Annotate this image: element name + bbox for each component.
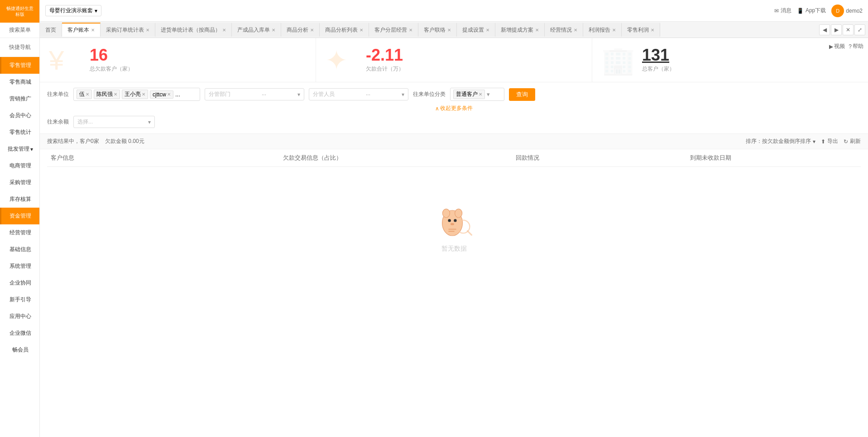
filter-tag-wu-close[interactable]: ✕	[86, 92, 89, 97]
sidebar-item-purchase[interactable]: 采购管理	[0, 174, 39, 191]
tab-business-status[interactable]: 经营情况 ✕	[545, 23, 583, 37]
tab-customers[interactable]: 客户账本 ✕	[62, 23, 101, 37]
filter-tag-cjttcw-close[interactable]: ✕	[167, 92, 171, 97]
balance-filter-input[interactable]: 选择... ▾	[73, 116, 155, 128]
tab-prev-button[interactable]: ◀	[819, 24, 830, 35]
sidebar-item-vip[interactable]: 畅会员	[0, 342, 39, 358]
tab-customer-contact[interactable]: 客户联络 ✕	[418, 23, 457, 37]
svg-point-1	[442, 209, 450, 218]
filter-tag-normal-close[interactable]: ✕	[479, 92, 482, 97]
tab-close-cost-in[interactable]: ✕	[272, 28, 275, 33]
tab-close-retail-profit[interactable]: ✕	[651, 28, 654, 33]
tab-close-new-raise-plan[interactable]: ✕	[535, 28, 539, 33]
tab-close-goods-analysis[interactable]: ✕	[310, 28, 314, 33]
sidebar-item-member[interactable]: 会员中心	[0, 107, 39, 124]
chevron-down-icon: ▾	[402, 91, 404, 98]
sidebar-item-inventory[interactable]: 库存核算	[0, 191, 39, 208]
logo-text: 畅捷通好生意 标版	[6, 5, 34, 17]
tab-cost-in[interactable]: 产成品入库单 ✕	[232, 23, 281, 37]
tab-purchase-orders[interactable]: 采购订单统计表 ✕	[101, 23, 155, 37]
person-filter[interactable]: 分管人员 ··· ▾	[309, 88, 408, 100]
app-download-button[interactable]: 📱 App下载	[797, 7, 826, 14]
sidebar-item-finance[interactable]: 资金管理	[0, 208, 39, 224]
sidebar-item-system[interactable]: 系统管理	[0, 258, 39, 275]
tab-goods-analysis-list[interactable]: 商品分析列表 ✕	[320, 23, 369, 37]
tab-close-stock-stats[interactable]: ✕	[222, 28, 226, 33]
user-profile[interactable]: D demo2	[831, 5, 863, 17]
sidebar-search[interactable]: 搜索菜单	[0, 23, 39, 38]
tab-retail-profit[interactable]: 零售利润 ✕	[622, 23, 660, 37]
unit-filter-label: 往来单位	[47, 90, 69, 98]
refresh-icon: ↻	[844, 138, 848, 145]
tab-close-raise-settings[interactable]: ✕	[486, 28, 489, 33]
filter-tag-wang-close[interactable]: ✕	[142, 92, 145, 97]
filter-tag-more[interactable]: ...	[175, 91, 180, 98]
svg-line-7	[467, 231, 471, 235]
filter-tag-chen-close[interactable]: ✕	[114, 92, 117, 97]
chevron-down-icon: ▾	[30, 146, 33, 152]
tab-close-customer-contact[interactable]: ✕	[447, 28, 451, 33]
sidebar-item-app-center[interactable]: 应用中心	[0, 308, 39, 325]
table-header-overdue: 到期未收款日期	[686, 154, 861, 162]
sidebar-item-retail-mall[interactable]: 零售商城	[0, 74, 39, 90]
sidebar-item-enterprise-wechat[interactable]: 企业微信	[0, 325, 39, 342]
sidebar-item-enterprise-coop[interactable]: 企业协同	[0, 275, 39, 291]
sidebar-item-ecommerce[interactable]: 电商管理	[0, 157, 39, 174]
video-link[interactable]: ▶ 视频	[829, 43, 845, 50]
chevron-up-icon: ∧	[435, 105, 439, 112]
tab-close-purchase-orders[interactable]: ✕	[146, 28, 149, 33]
sort-select[interactable]: 排序：按欠款金额倒序排序 ▾	[746, 138, 815, 145]
tab-fullscreen-button[interactable]: ⤢	[854, 24, 865, 35]
sort-label: 排序：按欠款金额倒序排序	[746, 138, 811, 145]
help-link[interactable]: ? 帮助	[849, 43, 863, 50]
message-button[interactable]: ✉ 消息	[774, 7, 791, 14]
tab-raise-settings[interactable]: 提成设置 ✕	[457, 23, 495, 37]
filter-tag-normal-customer: 普通客户 ✕	[453, 90, 485, 99]
filter-tag-chenmingqiang: 陈民强 ✕	[94, 90, 120, 99]
tab-new-raise-plan[interactable]: 新增提成方案 ✕	[495, 23, 545, 37]
quick-nav-item[interactable]: 快捷导航	[0, 41, 39, 54]
unit-class-tags[interactable]: 普通客户 ✕ ▾	[450, 88, 504, 101]
message-icon: ✉	[774, 8, 779, 14]
tab-next-button[interactable]: ▶	[831, 24, 842, 35]
content: ¥ 16 总欠款客户（家） ✦ -2.11 欠款合计（万） 🏢 131 总客户（…	[40, 38, 868, 437]
tab-close-goods-analysis-list[interactable]: ✕	[360, 28, 363, 33]
download-icon: 📱	[797, 8, 804, 14]
search-button[interactable]: 查询	[509, 88, 535, 101]
tab-profit-report[interactable]: 利润报告 ✕	[583, 23, 622, 37]
tab-home[interactable]: 首页	[40, 23, 62, 37]
sidebar-item-wholesale[interactable]: 批发管理 ▾	[0, 141, 39, 157]
refresh-button[interactable]: ↻ 刷新	[844, 138, 861, 145]
table-header-repayment: 回款情况	[512, 154, 686, 162]
sidebar-item-operations[interactable]: 经营管理	[0, 224, 39, 241]
svg-point-2	[455, 209, 462, 218]
sidebar-logo[interactable]: 畅捷通好生意 标版	[0, 0, 39, 23]
tab-close-profit-report[interactable]: ✕	[612, 28, 616, 33]
tab-close-business-status[interactable]: ✕	[574, 28, 577, 33]
sidebar-item-new-guide[interactable]: 新手引导	[0, 291, 39, 308]
sidebar-item-marketing[interactable]: 营销推广	[0, 90, 39, 107]
play-icon: ▶	[829, 43, 833, 50]
department-filter[interactable]: 分管部门 ··· ▾	[205, 88, 304, 100]
avatar: D	[831, 5, 844, 17]
tab-goods-analysis[interactable]: 商品分析 ✕	[281, 23, 320, 37]
tab-close-all-button[interactable]: ✕	[843, 24, 854, 35]
collapse-button[interactable]: ∧ 收起更多条件	[435, 104, 473, 112]
sidebar-item-retail[interactable]: 零售管理	[0, 57, 39, 74]
topbar: 母婴行业演示账套 ▾ ✉ 消息 📱 App下载 D demo2	[40, 0, 868, 22]
department-filter-icon: ···	[262, 91, 266, 98]
export-button[interactable]: ⬆ 导出	[821, 138, 838, 145]
sidebar-item-basic-info[interactable]: 基础信息	[0, 241, 39, 258]
sidebar-item-retail-stats[interactable]: 零售统计	[0, 124, 39, 141]
sidebar-quick-nav[interactable]: 快捷导航	[0, 38, 39, 57]
tab-close-customer-segment[interactable]: ✕	[409, 28, 412, 33]
account-selector[interactable]: 母婴行业演示账套 ▾	[45, 5, 101, 16]
filter-row-2: 往来余额 选择... ▾	[47, 116, 861, 128]
tab-customer-segment[interactable]: 客户分层经营 ✕	[369, 23, 418, 37]
filter-tag-cjttcw: cjttcw ✕	[150, 90, 173, 99]
unit-filter-tags[interactable]: 伍 ✕ 陈民强 ✕ 王小亮 ✕ cjttcw ✕ ...	[73, 88, 200, 101]
tab-stock-stats[interactable]: 进货单统计表（按商品） ✕	[155, 23, 232, 37]
empty-illustration	[432, 203, 477, 239]
tab-close-customers[interactable]: ✕	[91, 28, 95, 33]
chevron-down-icon: ▾	[148, 119, 151, 125]
